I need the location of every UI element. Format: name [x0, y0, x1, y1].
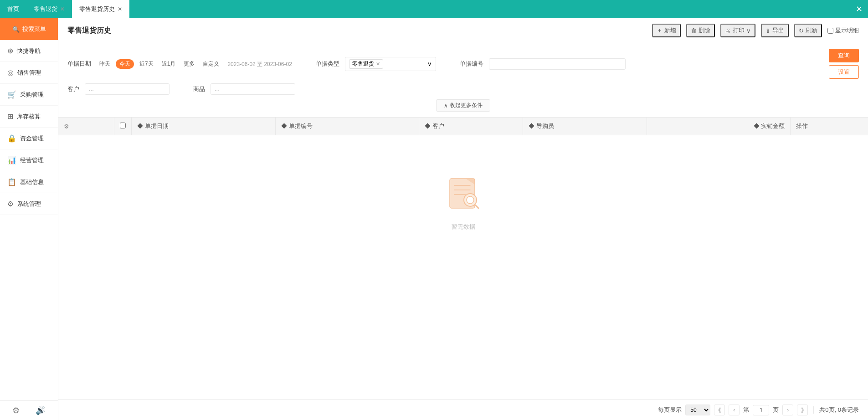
date-opt-more[interactable]: 更多 [181, 59, 197, 69]
sales-mgmt-icon: ◎ [7, 68, 14, 77]
query-button[interactable]: 查询 [829, 49, 859, 62]
th-gear[interactable]: ⚙ [58, 118, 114, 135]
refresh-button[interactable]: ↻ 刷新 [794, 24, 822, 37]
print-button[interactable]: 🖨 打印 ∨ [720, 24, 755, 37]
filter-area: 单据日期 昨天 今天 近7天 近1月 更多 自定义 2023-06-02 至 2… [58, 43, 868, 118]
page-size-select[interactable]: 50 10 20 100 [685, 405, 710, 415]
sidebar-item-purchase-mgmt[interactable]: 🛒 采购管理 [0, 84, 58, 106]
sidebar-item-sales-mgmt-label: 销售管理 [17, 69, 41, 77]
sidebar-item-inventory-calc-label: 库存核算 [17, 113, 41, 121]
page-number-input[interactable] [753, 405, 769, 415]
system-mgmt-icon: ⚙ [7, 200, 14, 208]
th-guide[interactable]: ◆ 导购员 [523, 118, 647, 135]
date-opt-yesterday[interactable]: 昨天 [97, 59, 113, 69]
select-all-checkbox[interactable] [120, 123, 126, 128]
svg-line-6 [475, 205, 478, 208]
sidebar-item-sales-mgmt[interactable]: ◎ 销售管理 [0, 62, 58, 84]
add-button[interactable]: ＋ 新增 [652, 24, 681, 37]
first-page-btn[interactable]: ⟪ [714, 405, 725, 415]
gear-icon[interactable]: ⚙ [64, 123, 69, 130]
tab-retail-return[interactable]: 零售退货 ✕ [26, 0, 72, 18]
type-tag-close[interactable]: ✕ [376, 61, 380, 67]
sidebar: 🔍 搜索菜单 ⊕ 快捷导航 ◎ 销售管理 🛒 采购管理 ⊞ 库存核算 🔒 资金管… [0, 18, 58, 420]
inventory-calc-icon: ⊞ [7, 112, 13, 121]
type-select[interactable]: 零售退货 ✕ ∨ [345, 57, 436, 71]
sidebar-item-basic-info-label: 基础信息 [20, 178, 44, 186]
th-order-no[interactable]: ◆ 单据编号 [275, 118, 419, 135]
page-unit: 页 [773, 406, 779, 414]
prev-page-btn[interactable]: ‹ [729, 405, 740, 415]
date-opt-last7[interactable]: 近7天 [137, 59, 156, 69]
tab-retail-return-history[interactable]: 零售退货历史 ✕ [72, 0, 129, 18]
window-close-button[interactable]: ✕ [856, 4, 863, 14]
order-num-input[interactable] [489, 58, 626, 70]
type-tag-label: 零售退货 [352, 60, 374, 68]
header-actions: ＋ 新增 🗑 删除 🖨 打印 ∨ ⇧ 导出 ↻ 刷新 [652, 24, 859, 37]
table-header-row: ⚙ ◆ 单据日期 ◆ 单据编号 [58, 118, 868, 135]
sidebar-volume-icon[interactable]: 🔊 [36, 405, 46, 415]
print-label: 打印 [733, 26, 745, 35]
empty-state: 暂无数据 [58, 135, 868, 267]
sidebar-item-finance-mgmt[interactable]: 🔒 资金管理 [0, 128, 58, 149]
date-range-display: 2023-06-02 至 2023-06-02 [227, 61, 292, 68]
type-filter-label: 单据类型 [316, 60, 339, 68]
th-date[interactable]: ◆ 单据日期 [132, 118, 275, 135]
delete-button[interactable]: 🗑 删除 [686, 24, 715, 37]
refresh-icon: ↻ [799, 27, 804, 34]
last-page-btn[interactable]: ⟫ [797, 405, 808, 415]
th-action-label: 操作 [796, 123, 808, 129]
order-num-label: 单据编号 [460, 60, 483, 68]
goods-input[interactable] [211, 83, 295, 95]
collapse-label: 收起更多条件 [450, 102, 483, 109]
date-options: 昨天 今天 近7天 近1月 更多 自定义 [97, 59, 222, 69]
date-opt-today[interactable]: 今天 [116, 59, 134, 69]
delete-label: 删除 [699, 26, 710, 35]
refresh-label: 刷新 [806, 26, 817, 35]
basic-info-icon: 📋 [7, 178, 16, 186]
th-amount[interactable]: ◆ 实销金额 [647, 118, 790, 135]
tab-retail-return-close[interactable]: ✕ [60, 6, 65, 12]
table-body: 暂无数据 [58, 135, 868, 268]
date-opt-last1month[interactable]: 近1月 [159, 59, 179, 69]
tab-retail-return-history-close[interactable]: ✕ [118, 6, 122, 12]
export-button[interactable]: ⇧ 导出 [761, 24, 789, 37]
filter-row-2: 客户 商品 [67, 83, 859, 95]
table-area: ⚙ ◆ 单据日期 ◆ 单据编号 [58, 118, 868, 400]
sidebar-search[interactable]: 🔍 搜索菜单 [0, 18, 58, 40]
sidebar-item-system-mgmt[interactable]: ⚙ 系统管理 [0, 193, 58, 215]
display-detail-checkbox[interactable] [827, 28, 833, 34]
purchase-mgmt-icon: 🛒 [7, 90, 16, 99]
export-label: 导出 [772, 26, 784, 35]
th-checkbox[interactable] [114, 118, 132, 135]
next-page-btn[interactable]: › [782, 405, 793, 415]
sidebar-item-inventory-calc[interactable]: ⊞ 库存核算 [0, 106, 58, 128]
print-dropdown-icon: ∨ [746, 27, 751, 34]
sidebar-item-basic-info[interactable]: 📋 基础信息 [0, 171, 58, 193]
setting-button[interactable]: 设置 [829, 65, 859, 79]
page-title: 零售退货历史 [67, 26, 111, 36]
th-order-no-label: ◆ 单据编号 [281, 122, 313, 130]
type-dropdown-icon: ∨ [427, 61, 432, 67]
sidebar-item-purchase-mgmt-label: 采购管理 [20, 91, 44, 99]
top-nav: 首页 零售退货 ✕ 零售退货历史 ✕ ✕ [0, 0, 868, 18]
th-action: 操作 [791, 118, 868, 135]
search-icon: 🔍 [12, 26, 20, 33]
display-detail-toggle[interactable]: 显示明细 [827, 26, 859, 35]
sidebar-item-quick-nav[interactable]: ⊕ 快捷导航 [0, 40, 58, 62]
sidebar-settings-icon[interactable]: ⚙ [12, 405, 20, 415]
page-size-label: 每页显示 [658, 406, 682, 414]
content-area: 零售退货历史 ＋ 新增 🗑 删除 🖨 打印 ∨ ⇧ 导出 [58, 18, 868, 420]
customer-input[interactable] [85, 83, 169, 95]
tab-home[interactable]: 首页 [0, 0, 26, 18]
sidebar-item-finance-mgmt-label: 资金管理 [20, 134, 44, 143]
collapse-icon: ∧ [444, 102, 448, 109]
sidebar-item-system-mgmt-label: 系统管理 [17, 200, 41, 208]
filter-collapse-btn[interactable]: ∧ 收起更多条件 [436, 99, 490, 112]
sidebar-item-business-mgmt[interactable]: 📊 经营管理 [0, 149, 58, 171]
print-icon: 🖨 [725, 27, 731, 34]
th-customer[interactable]: ◆ 客户 [419, 118, 523, 135]
th-guide-label: ◆ 导购员 [529, 122, 554, 130]
page-header: 零售退货历史 ＋ 新增 🗑 删除 🖨 打印 ∨ ⇧ 导出 [58, 18, 868, 43]
sidebar-item-business-mgmt-label: 经营管理 [20, 156, 44, 164]
date-opt-custom[interactable]: 自定义 [200, 59, 222, 69]
